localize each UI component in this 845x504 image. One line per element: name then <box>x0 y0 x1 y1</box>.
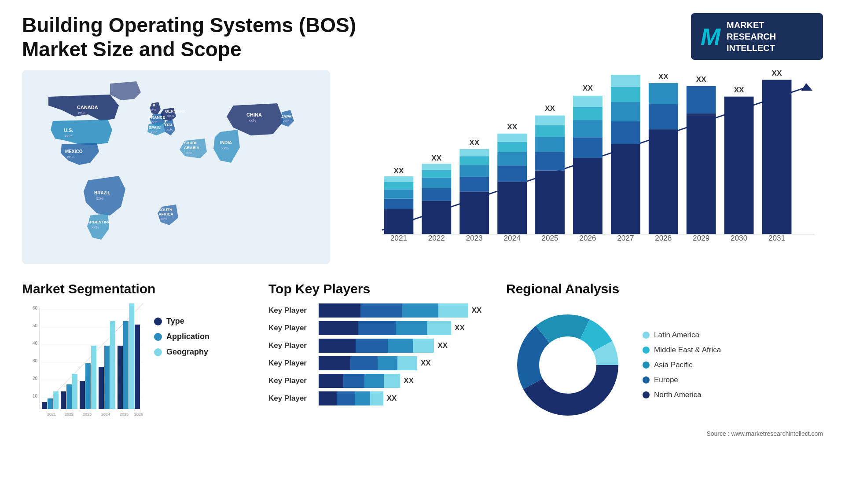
svg-text:XX: XX <box>621 70 631 72</box>
player-row: Key Player XX <box>268 303 489 318</box>
svg-text:xx%: xx% <box>166 128 173 131</box>
source-text: Source : www.marketresearchintellect.com <box>506 430 823 437</box>
svg-rect-93 <box>724 97 754 234</box>
svg-rect-127 <box>104 346 110 409</box>
svg-rect-38 <box>384 182 414 190</box>
reg-legend-europe: Europe <box>643 376 721 384</box>
reg-legend-mea: Middle East & Africa <box>643 346 721 354</box>
reg-label-na: North America <box>654 391 702 399</box>
svg-rect-73 <box>573 107 603 121</box>
svg-text:xx%: xx% <box>283 119 289 123</box>
player-name: Key Player <box>268 324 312 332</box>
page: Building Operating Systems (BOS) Market … <box>0 0 845 504</box>
svg-rect-77 <box>611 144 640 234</box>
player-bar <box>319 391 383 405</box>
player-value: XX <box>472 306 482 315</box>
reg-label-europe: Europe <box>654 376 678 384</box>
svg-text:xx%: xx% <box>96 196 103 201</box>
svg-text:XX: XX <box>583 84 593 93</box>
svg-text:XX: XX <box>545 104 555 113</box>
svg-rect-122 <box>80 381 85 409</box>
logo-text: MARKET RESEARCH INTELLECT <box>727 19 776 54</box>
svg-text:xx%: xx% <box>151 130 157 134</box>
svg-rect-89 <box>687 113 716 234</box>
player-value: XX <box>387 394 397 403</box>
svg-rect-123 <box>85 363 91 409</box>
player-bar-wrap: XX <box>319 303 489 318</box>
svg-rect-96 <box>762 80 792 234</box>
svg-text:XX: XX <box>469 139 479 147</box>
segmentation-title: Market Segmentation <box>22 281 251 296</box>
players-list: Key Player XX Key Player <box>268 303 489 405</box>
key-players-section: Top Key Players Key Player XX <box>268 281 489 437</box>
svg-text:XX: XX <box>431 153 441 162</box>
svg-rect-37 <box>384 190 414 199</box>
logo-line3: INTELLECT <box>727 42 776 54</box>
svg-text:CANADA: CANADA <box>77 105 98 110</box>
regional-legend: Latin America Middle East & Africa Asia … <box>643 331 721 399</box>
player-row: Key Player XX <box>268 391 489 405</box>
svg-rect-63 <box>535 171 565 234</box>
svg-text:xx%: xx% <box>92 225 99 230</box>
player-bar-wrap: XX <box>319 356 489 370</box>
svg-rect-131 <box>123 321 129 409</box>
svg-rect-86 <box>649 83 678 104</box>
reg-dot-europe <box>643 376 650 383</box>
segmentation-section: Market Segmentation 60 50 40 30 20 <box>22 281 251 437</box>
svg-text:XX: XX <box>658 72 669 81</box>
legend-geography-label: Geography <box>166 347 208 357</box>
svg-text:FRANCE: FRANCE <box>149 115 165 120</box>
svg-rect-53 <box>459 149 489 156</box>
reg-legend-latin-america: Latin America <box>643 331 721 340</box>
svg-text:20: 20 <box>33 376 38 381</box>
reg-label-latin: Latin America <box>654 331 699 340</box>
svg-rect-124 <box>91 346 96 409</box>
svg-rect-134 <box>135 325 140 409</box>
reg-dot-na <box>643 391 650 398</box>
svg-text:SAUDI: SAUDI <box>184 141 196 145</box>
world-map-container: CANADA xx% U.S. xx% MEXICO xx% BRAZIL xx… <box>22 70 330 264</box>
svg-text:50: 50 <box>33 323 38 328</box>
svg-text:2029: 2029 <box>693 234 709 242</box>
svg-text:2023: 2023 <box>83 412 92 416</box>
svg-rect-74 <box>573 96 603 107</box>
svg-rect-60 <box>497 134 527 142</box>
svg-rect-78 <box>611 121 640 144</box>
svg-text:2021: 2021 <box>47 412 56 416</box>
reg-legend-north-america: North America <box>643 391 721 399</box>
player-value: XX <box>455 324 465 332</box>
svg-rect-79 <box>611 102 640 121</box>
svg-text:xx%: xx% <box>67 155 74 159</box>
svg-rect-132 <box>129 303 134 409</box>
svg-rect-64 <box>535 152 565 171</box>
svg-rect-128 <box>110 321 115 409</box>
svg-text:2024: 2024 <box>504 234 521 242</box>
player-value: XX <box>437 341 448 350</box>
reg-legend-asia-pacific: Asia Pacific <box>643 361 721 369</box>
svg-rect-67 <box>535 116 565 125</box>
svg-text:60: 60 <box>33 306 38 310</box>
svg-text:CHINA: CHINA <box>246 112 262 117</box>
legend-type-label: Type <box>166 317 184 326</box>
svg-rect-80 <box>611 87 640 102</box>
player-name: Key Player <box>268 394 312 403</box>
regional-inner: Latin America Middle East & Africa Asia … <box>506 303 823 427</box>
svg-rect-120 <box>72 374 77 409</box>
logo-letter: M <box>701 25 720 48</box>
legend-application: Application <box>154 332 209 341</box>
svg-text:10: 10 <box>33 394 38 398</box>
svg-rect-85 <box>649 104 678 129</box>
svg-text:2022: 2022 <box>65 412 73 416</box>
svg-text:INDIA: INDIA <box>220 140 232 145</box>
svg-text:xx%: xx% <box>78 111 85 115</box>
svg-text:SPAIN: SPAIN <box>149 125 161 130</box>
reg-dot-latin <box>643 332 650 339</box>
svg-rect-35 <box>384 209 414 234</box>
regional-section: Regional Analysis <box>506 281 823 437</box>
player-bar-wrap: XX <box>319 339 489 353</box>
logo-line1: MARKET <box>727 19 776 31</box>
top-section: CANADA xx% U.S. xx% MEXICO xx% BRAZIL xx… <box>22 70 823 264</box>
svg-text:2026: 2026 <box>134 412 143 416</box>
segmentation-inner: 60 50 40 30 20 10 <box>22 303 251 427</box>
segmentation-legend: Type Application Geography <box>154 303 209 357</box>
